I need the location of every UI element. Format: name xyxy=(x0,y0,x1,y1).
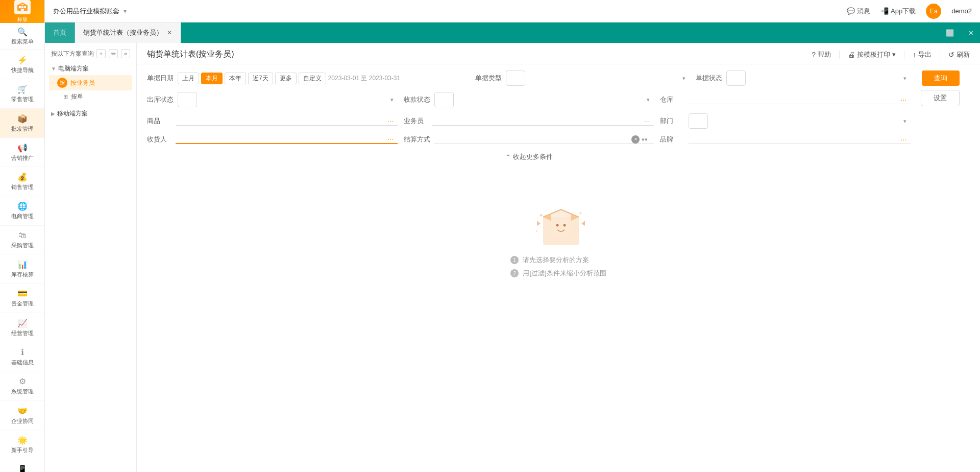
date-range: 2023-03-01 至 2023-03-31 xyxy=(328,74,400,83)
logo-text: 标版 xyxy=(17,16,28,23)
download-icon: 📲 xyxy=(880,7,889,15)
goods-input[interactable] xyxy=(178,117,385,125)
sidebar-item-app-center[interactable]: 📱 应用中心 xyxy=(0,459,44,472)
sidebar-item-enterprise[interactable]: 🤝 企业协同 xyxy=(0,401,44,430)
system-label: 系统管理 xyxy=(11,388,34,395)
sidebar-item-wholesale[interactable]: 📦 批发管理 xyxy=(0,109,44,138)
empty-illustration: ✦ ✦ ✦ xyxy=(533,194,584,245)
tab-home[interactable]: 首页 xyxy=(45,22,75,43)
scheme-item-by-staff[interactable]: 按 按业务员 xyxy=(49,75,132,90)
receiver-dots-button[interactable]: ··· xyxy=(385,135,396,143)
brand-input[interactable] xyxy=(691,135,898,143)
sidebar-item-ecom[interactable]: 🌐 电商管理 xyxy=(0,196,44,225)
tab-close-window-button[interactable]: ✕ xyxy=(962,29,980,37)
inventory-icon: 📊 xyxy=(17,259,28,269)
divider3 xyxy=(940,51,940,59)
help-button[interactable]: ? 帮助 xyxy=(812,50,831,59)
sidebar-item-purchase[interactable]: 🛍 采购管理 xyxy=(0,226,44,254)
sidebar-item-retail[interactable]: 🛒 零售管理 xyxy=(0,79,44,108)
add-scheme-button[interactable]: + xyxy=(96,49,106,58)
settings-button[interactable]: 设置 xyxy=(921,90,960,106)
scheme-item-by-order[interactable]: ⊞ 按单 xyxy=(49,90,132,103)
collapse-icon: « xyxy=(124,51,127,57)
breadcrumb-arrow: ▾ xyxy=(124,8,127,15)
print-button[interactable]: 🖨 按模板打印 ▾ xyxy=(848,50,896,59)
sales-stat-tab-label: 销货单统计表（按业务员） xyxy=(83,28,163,37)
tab-maximize-button[interactable]: ⬜ xyxy=(940,29,960,37)
message-button[interactable]: 💬 消息 xyxy=(847,7,870,16)
user-name[interactable]: demo2 xyxy=(951,7,972,15)
payment-status-select[interactable] xyxy=(434,92,454,107)
date-btn-more[interactable]: 更多 xyxy=(275,73,297,84)
collapse-scheme-panel-button[interactable]: « xyxy=(121,49,130,58)
svg-rect-2 xyxy=(21,6,23,8)
staff-label: 业务员 xyxy=(404,116,428,126)
date-btn-this-year[interactable]: 本年 xyxy=(225,73,246,84)
date-btn-last-month[interactable]: 上月 xyxy=(178,73,199,84)
sidebar-item-sales[interactable]: 💰 销售管理 xyxy=(0,167,44,196)
svg-text:✦: ✦ xyxy=(535,229,538,233)
brand-label: 品牌 xyxy=(660,135,684,144)
scheme-group-mobile-title[interactable]: ▶ 移动端方案 xyxy=(49,107,132,120)
query-button[interactable]: 查询 xyxy=(922,70,960,86)
settle-control-wrap: × ▾ xyxy=(434,135,654,144)
date-btn-this-month[interactable]: 本月 xyxy=(201,73,223,84)
date-btn-custom[interactable]: 自定义 xyxy=(299,73,326,84)
sidebar-item-system[interactable]: ⚙ 系统管理 xyxy=(0,371,44,400)
form-item-dept: 部门 xyxy=(660,113,911,129)
goods-dots-button[interactable]: ··· xyxy=(385,117,396,125)
settle-clear-button[interactable]: × xyxy=(631,135,640,144)
sidebar-item-inventory[interactable]: 📊 库存核算 xyxy=(0,254,44,284)
search-menu-button[interactable]: 🔍 搜索菜单 xyxy=(0,23,44,50)
doc-type-label: 单据类型 xyxy=(475,74,502,83)
purchase-label: 采购管理 xyxy=(11,242,34,249)
avatar[interactable]: Ea xyxy=(926,4,941,19)
print-label: 按模板打印 xyxy=(857,50,890,59)
warehouse-dots-button[interactable]: ··· xyxy=(898,96,909,104)
sidebar-item-newbie[interactable]: 🌟 新手引导 xyxy=(0,430,44,459)
doc-status-select[interactable] xyxy=(726,70,746,86)
svg-point-7 xyxy=(556,224,559,227)
tab-close-icon[interactable]: ✕ xyxy=(167,29,172,36)
form-item-ship-status: 出库状态 xyxy=(147,92,398,107)
warehouse-input-wrap: ··· xyxy=(689,96,911,104)
app-download-button[interactable]: 📲 App下载 xyxy=(880,7,916,16)
page-actions: ? 帮助 🖨 按模板打印 ▾ ↑ 导出 xyxy=(812,50,970,59)
staff-input[interactable] xyxy=(434,117,642,125)
goods-input-wrap: ··· xyxy=(176,117,398,126)
refresh-icon: ↺ xyxy=(948,51,954,59)
newbie-icon: 🌟 xyxy=(17,435,28,445)
refresh-button[interactable]: ↺ 刷新 xyxy=(948,50,970,59)
scheme-group-mobile: ▶ 移动端方案 xyxy=(45,107,136,120)
sidebar-item-basic[interactable]: ℹ 基础信息 xyxy=(0,342,44,371)
collapse-conditions-button[interactable]: ⌃ 收起更多条件 xyxy=(497,150,561,163)
date-btn-last7[interactable]: 近7天 xyxy=(248,73,273,84)
doc-type-select[interactable] xyxy=(506,70,525,86)
sidebar-item-marketing[interactable]: 📢 营销推广 xyxy=(0,138,44,167)
sidebar-item-shortcut[interactable]: ⚡ 快捷导航 xyxy=(0,50,44,79)
tab-sales-stat[interactable]: 销货单统计表（按业务员） ✕ xyxy=(75,22,181,43)
enterprise-label: 企业协同 xyxy=(11,417,34,424)
staff-dots-button[interactable]: ··· xyxy=(642,117,652,125)
receiver-input[interactable] xyxy=(178,135,385,143)
scheme-item-label: 按业务员 xyxy=(70,79,95,87)
query-form-area: 单据日期 上月 本月 本年 近7天 更多 自定义 2023-03-01 至 20… xyxy=(147,70,911,163)
logo[interactable]: 标版 xyxy=(0,0,45,23)
payment-status-label: 收款状态 xyxy=(404,95,430,104)
sidebar-item-finance[interactable]: 💳 资金管理 xyxy=(0,284,44,313)
export-button[interactable]: ↑ 导出 xyxy=(913,50,932,59)
tab-bar: 首页 销货单统计表（按业务员） ✕ ⬜ ✕ xyxy=(45,22,980,43)
ship-status-select[interactable] xyxy=(178,92,197,107)
sidebar-item-operation[interactable]: 📈 经营管理 xyxy=(0,313,44,342)
scheme-panel-title: 按以下方案查询 xyxy=(51,50,94,58)
dept-select[interactable] xyxy=(689,113,708,129)
system-icon: ⚙ xyxy=(19,376,26,386)
breadcrumb: 办公用品行业模拟账套 xyxy=(53,7,119,16)
brand-dots-button[interactable]: ··· xyxy=(898,135,909,144)
warehouse-input[interactable] xyxy=(691,96,898,103)
scheme-group-desktop-title[interactable]: ▼ 电脑端方案 xyxy=(49,62,132,75)
form-row-2: 出库状态 收款状态 xyxy=(147,92,911,107)
empty-state: ✦ ✦ ✦ 1 请先选择要分析的方案 2 用[过滤]条件来缩小分析范围 xyxy=(137,163,980,309)
form-item-staff: 业务员 ··· xyxy=(404,116,654,126)
edit-scheme-button[interactable]: ✏ xyxy=(109,49,118,58)
